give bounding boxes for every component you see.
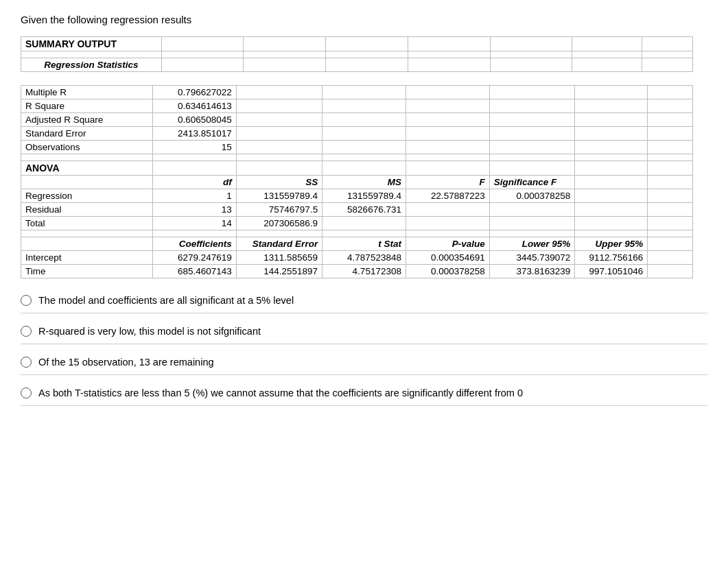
observations-value: 15 xyxy=(153,141,237,154)
adj-r-square-value: 0.606508045 xyxy=(153,113,237,127)
option-4-row[interactable]: As both T-statistics are less than 5 (%)… xyxy=(21,387,707,406)
option-1-radio[interactable] xyxy=(21,295,32,306)
observations-row: Observations 15 xyxy=(21,141,693,154)
multiple-r-label: Multiple R xyxy=(21,86,153,99)
anova-residual-ss: 75746797.5 xyxy=(236,203,322,217)
coef-header-se: Standard Error xyxy=(236,237,322,251)
coef-intercept-coef: 6279.247619 xyxy=(153,251,237,265)
anova-regression-label: Regression xyxy=(21,189,153,203)
option-2-radio[interactable] xyxy=(21,326,32,337)
regression-stats-table: Multiple R 0.796627022 R Square 0.634614… xyxy=(21,85,693,278)
option-3-radio[interactable] xyxy=(21,357,32,368)
adj-r-square-label: Adjusted R Square xyxy=(21,113,153,127)
option-3-row[interactable]: Of the 15 observation, 13 are remaining xyxy=(21,357,707,375)
coef-header-pvalue: P-value xyxy=(406,237,489,251)
anova-residual-ms: 5826676.731 xyxy=(322,203,406,217)
anova-header-ms: MS xyxy=(322,176,406,189)
observations-label: Observations xyxy=(21,141,153,154)
col7-empty xyxy=(572,37,642,51)
multiple-r-row: Multiple R 0.796627022 xyxy=(21,86,693,99)
coef-time-se: 144.2551897 xyxy=(236,265,322,278)
anova-residual-label: Residual xyxy=(21,203,153,217)
anova-headers-row: df SS MS F Significance F xyxy=(21,176,693,189)
coef-intercept-label: Intercept xyxy=(21,251,153,265)
coef-intercept-lower: 3445.739072 xyxy=(489,251,575,265)
std-error-row: Standard Error 2413.851017 xyxy=(21,127,693,141)
coef-header-coefficients: Coefficients xyxy=(153,237,237,251)
empty-row-3 xyxy=(21,230,693,237)
coef-time-label: Time xyxy=(21,265,153,278)
regression-stats-header-row: Regression Statistics xyxy=(21,58,693,72)
empty-row-2 xyxy=(21,154,693,161)
col8-empty xyxy=(642,37,692,51)
std-error-label: Standard Error xyxy=(21,127,153,141)
anova-header-df: df xyxy=(153,176,237,189)
anova-total-label: Total xyxy=(21,217,153,230)
option-2-row[interactable]: R-squared is very low, this model is not… xyxy=(21,326,707,344)
coef-intercept-t: 4.787523848 xyxy=(322,251,406,265)
col3-empty xyxy=(244,37,326,51)
coef-header-upper95: Upper 95% xyxy=(575,237,648,251)
coef-intercept-row: Intercept 6279.247619 1311.585659 4.7875… xyxy=(21,251,693,265)
r-square-label: R Square xyxy=(21,99,153,113)
intro-text: Given the following regression results xyxy=(21,14,707,25)
option-2-text: R-squared is very low, this model is not… xyxy=(38,326,261,337)
option-1-text: The model and coefficients are all signi… xyxy=(38,295,294,306)
option-4-text: As both T-statistics are less than 5 (%)… xyxy=(38,387,523,398)
anova-regression-ss: 131559789.4 xyxy=(236,189,322,203)
coef-intercept-upper: 9112.756166 xyxy=(575,251,648,265)
coef-time-p: 0.000378258 xyxy=(406,265,489,278)
r-square-value: 0.634614613 xyxy=(153,99,237,113)
anova-total-df: 14 xyxy=(153,217,237,230)
coef-headers-row: Coefficients Standard Error t Stat P-val… xyxy=(21,237,693,251)
anova-regression-sigf: 0.000378258 xyxy=(489,189,575,203)
anova-regression-f: 22.57887223 xyxy=(406,189,489,203)
anova-total-row: Total 14 207306586.9 xyxy=(21,217,693,230)
anova-header-sigf: Significance F xyxy=(489,176,575,189)
r-square-row: R Square 0.634614613 xyxy=(21,99,693,113)
coef-intercept-se: 1311.585659 xyxy=(236,251,322,265)
summary-output-row: SUMMARY OUTPUT xyxy=(21,37,693,51)
coef-time-coef: 685.4607143 xyxy=(153,265,237,278)
col2-empty xyxy=(161,37,244,51)
anova-regression-df: 1 xyxy=(153,189,237,203)
col6-empty xyxy=(490,37,572,51)
coef-time-t: 4.75172308 xyxy=(322,265,406,278)
options-section: The model and coefficients are all signi… xyxy=(21,295,707,406)
anova-regression-row: Regression 1 131559789.4 131559789.4 22.… xyxy=(21,189,693,203)
col5-empty xyxy=(408,37,490,51)
anova-header-f: F xyxy=(406,176,489,189)
summary-table: SUMMARY OUTPUT Regression Statistics xyxy=(21,36,693,72)
option-1-row[interactable]: The model and coefficients are all signi… xyxy=(21,295,707,313)
col4-empty xyxy=(326,37,408,51)
coef-header-lower95: Lower 95% xyxy=(489,237,575,251)
anova-total-ss: 207306586.9 xyxy=(236,217,322,230)
anova-label: ANOVA xyxy=(21,161,153,176)
std-error-value: 2413.851017 xyxy=(153,127,237,141)
anova-header-ss: SS xyxy=(236,176,322,189)
option-4-radio[interactable] xyxy=(21,387,32,398)
summary-output-label: SUMMARY OUTPUT xyxy=(21,37,162,51)
coef-time-row: Time 685.4607143 144.2551897 4.75172308 … xyxy=(21,265,693,278)
anova-residual-row: Residual 13 75746797.5 5826676.731 xyxy=(21,203,693,217)
multiple-r-value: 0.796627022 xyxy=(153,86,237,99)
coef-intercept-p: 0.000354691 xyxy=(406,251,489,265)
empty-row-1 xyxy=(21,51,693,58)
regression-stats-label: Regression Statistics xyxy=(21,58,162,72)
coef-time-upper: 997.1051046 xyxy=(575,265,648,278)
option-3-text: Of the 15 observation, 13 are remaining xyxy=(38,357,214,368)
anova-residual-df: 13 xyxy=(153,203,237,217)
coef-header-tstat: t Stat xyxy=(322,237,406,251)
anova-label-row: ANOVA xyxy=(21,161,693,176)
anova-regression-ms: 131559789.4 xyxy=(322,189,406,203)
coef-time-lower: 373.8163239 xyxy=(489,265,575,278)
adj-r-square-row: Adjusted R Square 0.606508045 xyxy=(21,113,693,127)
